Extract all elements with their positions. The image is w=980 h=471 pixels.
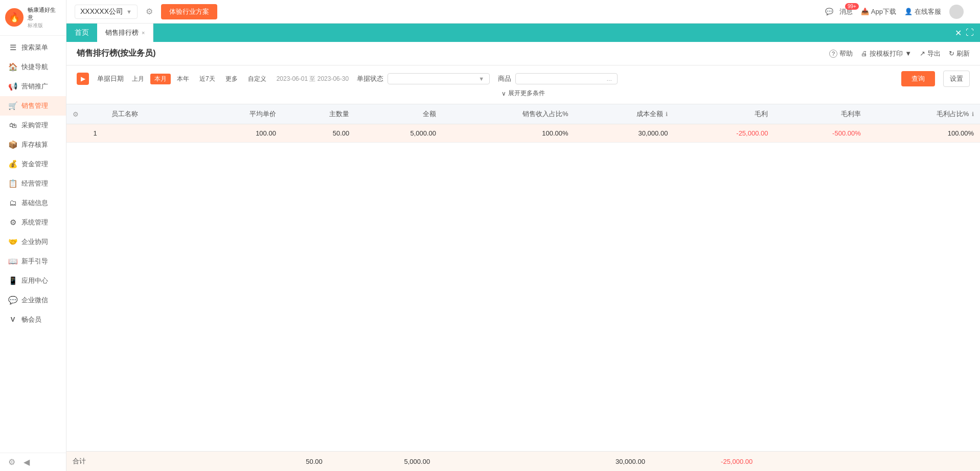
col-profit: 毛利 [674,104,774,124]
avatar [949,5,964,19]
date-tab-this-month[interactable]: 本月 [150,74,171,84]
sidebar-label-operations: 经营管理 [21,179,48,188]
print-icon: 🖨 [861,50,868,57]
tab-restore-icon[interactable]: ⛶ [966,28,974,38]
tab-close-icon[interactable]: × [142,30,145,36]
tabbar: 首页 销售排行榜 × ✕ ⛶ [66,24,980,42]
online-support-label: 在线客服 [915,7,941,16]
status-filter: 单据状态 ▼ [357,73,490,84]
col-avg-price: 平均单价 [194,104,282,124]
sidebar-item-sales-mgmt[interactable]: 🛒 销售管理 [0,96,66,116]
tab-home[interactable]: 首页 [66,24,97,42]
date-tab-more[interactable]: 更多 [221,74,242,84]
app-download-label: App下载 [871,7,896,16]
date-filter-label: 单据日期 [97,74,124,83]
sales-icon: 🛒 [8,101,17,110]
date-filter: 单据日期 上月 本月 本年 近7天 更多 自定义 2023-06-01 至 20… [97,74,349,84]
filter-expand-row: ∨ 展开更多条件 [77,87,970,99]
refresh-button[interactable]: ↻ 刷新 [949,49,970,58]
sidebar-item-basic-info[interactable]: 🗂 基础信息 [0,193,66,213]
sidebar-item-search-order[interactable]: ☰ 搜索菜单 [0,38,66,57]
sidebar-label-inventory: 库存核算 [21,140,48,149]
cost-info-icon[interactable]: ℹ [666,111,668,117]
row-profit-ratio: 100.00% [867,124,980,143]
message-action[interactable]: 💬 99+ 消息 [825,7,853,16]
col-profit-rate: 毛利率 [774,104,867,124]
row-sales-ratio: 100.00% [442,124,574,143]
online-support-action[interactable]: 👤 在线客服 [904,7,941,16]
company-selector[interactable]: XXXXXX公司 ▼ [75,5,138,19]
expand-conditions-button[interactable]: ∨ 展开更多条件 [502,89,545,98]
bottom-settings-icon[interactable]: ⚙ [8,457,15,467]
query-button[interactable]: 查询 [901,71,935,86]
profit-ratio-info-icon[interactable]: ℹ [972,111,974,117]
footer-values: 50.00 5,000.00 30,000.00 -25,000.00 [113,458,974,465]
sidebar-label-quick-nav: 快捷导航 [21,62,48,72]
table-row: 1 100.00 50.00 5,000.00 100.00% 30,000.0… [66,124,980,143]
basic-info-icon: 🗂 [8,198,17,207]
print-button[interactable]: 🖨 按模板打印 ▼ [861,49,911,58]
collapse-icon[interactable]: ◀ [24,457,30,467]
col-settings[interactable]: ⚙ [66,104,85,124]
sidebar-label-finance: 资金管理 [21,160,48,169]
chevron-down-icon: ▼ [126,9,132,15]
sidebar-item-wechat[interactable]: 💬 企业微信 [0,290,66,310]
sales-ranking-table: ⚙ 员工名称 平均单价 主数量 全额 销售收入占比% 成本全额 ℹ 毛利 毛利率 [66,104,980,143]
sidebar-item-inventory[interactable]: 📦 库存核算 [0,135,66,154]
col-cost: 成本全额 ℹ [575,104,674,124]
date-tab-last-month[interactable]: 上月 [128,74,148,84]
logo-line1: 畅康通好生意 [28,6,61,22]
purchase-icon: 🛍 [8,121,17,129]
goods-select[interactable]: … [515,73,618,84]
sidebar-label-sales-mgmt: 销售管理 [21,101,48,110]
sidebar-item-system-mgmt[interactable]: ⚙ 系统管理 [0,213,66,232]
date-range-display: 2023-06-01 至 2023-06-30 [277,75,349,83]
sidebar-logo: 🔥 畅康通好生意 标准版 [0,0,66,36]
footer-profit-ratio [867,458,974,465]
footer-total: 5,000.00 [329,458,436,465]
tab-close-all-icon[interactable]: ✕ [955,28,962,38]
main-wrapper: XXXXXX公司 ▼ ⚙ 体验行业方案 💬 99+ 消息 📥 App下载 👤 在… [66,0,980,471]
footer-profit-rate [759,458,866,465]
filter-toggle-arrow[interactable]: ▶ [77,73,89,85]
row-main-qty: 50.00 [282,124,355,143]
message-icon: 💬 [825,8,833,15]
inventory-icon: 📦 [8,140,17,149]
sidebar-item-guide[interactable]: 📖 新手引导 [0,252,66,271]
home-icon: 🏠 [8,62,17,72]
tab-sales-ranking[interactable]: 销售排行榜 × [97,24,153,42]
page-header: 销售排行榜(按业务员) ? 帮助 🖨 按模板打印 ▼ ↗ 导出 ↻ 刷新 [66,42,980,65]
message-badge: 99+ [845,3,859,10]
tab-label: 销售排行榜 [105,28,139,37]
sidebar-label-app-center: 应用中心 [21,276,48,285]
trial-button[interactable]: 体验行业方案 [161,4,217,19]
date-tab-this-year[interactable]: 本年 [173,74,193,84]
sidebar-item-quick-nav[interactable]: 🏠 快捷导航 [0,57,66,77]
sidebar-item-marketing[interactable]: 📢 营销推广 [0,77,66,96]
goods-filter: 商品 … [498,73,618,84]
sidebar-bottom: ⚙ ◀ [0,453,66,471]
date-tab-custom[interactable]: 自定义 [244,74,270,84]
sidebar-item-member[interactable]: V 畅会员 [0,310,66,329]
row-avg-price: 100.00 [194,124,282,143]
sidebar-label-marketing: 营销推广 [21,82,48,91]
topbar-actions: 💬 99+ 消息 📥 App下载 👤 在线客服 [825,5,972,19]
sidebar-label-member: 畅会员 [21,315,41,324]
app-download-action[interactable]: 📥 App下载 [861,7,896,16]
topbar-settings-icon[interactable]: ⚙ [144,5,155,18]
status-select[interactable]: ▼ [388,73,490,84]
help-icon: ? [829,50,837,58]
goods-more-icon: … [606,76,612,82]
export-button[interactable]: ↗ 导出 [920,49,941,58]
header-actions: ? 帮助 🖨 按模板打印 ▼ ↗ 导出 ↻ 刷新 [829,49,970,58]
help-button[interactable]: ? 帮助 [829,49,853,58]
sidebar-item-operations[interactable]: 📋 经营管理 [0,174,66,193]
sidebar-item-app-center[interactable]: 📱 应用中心 [0,271,66,290]
wechat-icon: 💬 [8,296,17,305]
filter-settings-button[interactable]: 设置 [943,71,970,87]
sidebar-item-enterprise[interactable]: 🤝 企业协同 [0,232,66,252]
sidebar-item-finance[interactable]: 💰 资金管理 [0,154,66,174]
date-tab-last-7-days[interactable]: 近7天 [195,74,219,84]
col-total: 全额 [355,104,442,124]
sidebar-item-purchase-mgmt[interactable]: 🛍 采购管理 [0,116,66,135]
